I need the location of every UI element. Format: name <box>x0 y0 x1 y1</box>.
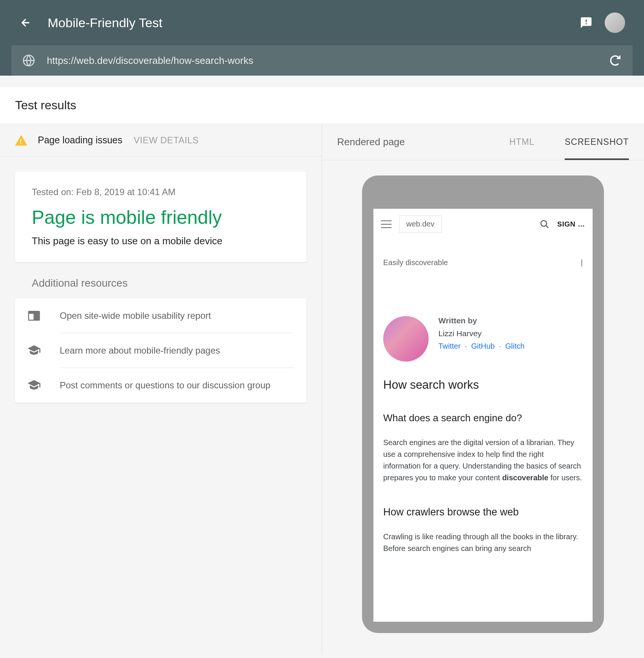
tab-html[interactable]: HTML <box>509 135 535 149</box>
warning-icon <box>15 135 27 146</box>
user-avatar[interactable] <box>605 12 625 33</box>
article-paragraph: Search engines are the digital version o… <box>373 429 593 484</box>
results-header: Test results <box>0 87 644 124</box>
glitch-link[interactable]: Glitch <box>505 342 525 350</box>
sign-in-button[interactable]: SIGN … <box>557 220 585 228</box>
article-h2: What does a search engine do? <box>373 397 593 429</box>
search-icon[interactable] <box>540 219 550 229</box>
view-details-button[interactable]: VIEW DETAILS <box>134 135 199 146</box>
issues-label: Page loading issues <box>38 135 122 146</box>
resource-label: Learn more about mobile-friendly pages <box>60 345 220 356</box>
mobile-site-name[interactable]: web.dev <box>399 216 442 233</box>
mobile-friendly-title: Page is mobile friendly <box>32 206 290 228</box>
author-links: Twitter · GitHub · Glitch <box>438 342 525 351</box>
resources-list: Open site-wide mobile usability report L… <box>15 298 307 403</box>
globe-icon <box>22 54 36 67</box>
webpage-icon <box>27 309 41 323</box>
resource-label: Open site-wide mobile usability report <box>60 310 211 321</box>
rendered-page-label: Rendered page <box>337 136 509 148</box>
svg-rect-0 <box>586 20 587 22</box>
article-h3: How crawlers browse the web <box>373 484 593 523</box>
results-heading: Test results <box>15 98 629 112</box>
resource-item-learn-more[interactable]: Learn more about mobile-friendly pages <box>15 333 307 368</box>
url-bar[interactable]: https://web.dev/discoverable/how-search-… <box>11 45 633 76</box>
article-title: How search works <box>373 373 593 397</box>
tested-on-label: Tested on: Feb 8, 2019 at 10:41 AM <box>32 187 290 197</box>
resource-item-discussion[interactable]: Post comments or questions to our discus… <box>15 368 307 403</box>
additional-resources-title: Additional resources <box>32 277 322 289</box>
mobile-screenshot: web.dev SIGN … Easily discoverable | Wri… <box>373 209 593 622</box>
tab-screenshot[interactable]: SCREENSHOT <box>565 135 629 160</box>
resource-label: Post comments or questions to our discus… <box>60 380 271 391</box>
mobile-breadcrumb[interactable]: Easily discoverable <box>383 258 448 267</box>
education-icon <box>27 379 41 392</box>
app-title: Mobile-Friendly Test <box>48 16 579 30</box>
written-by-label: Written by <box>438 316 525 325</box>
breadcrumb-separator: | <box>581 258 583 267</box>
mobile-friendly-subtitle: This page is easy to use on a mobile dev… <box>32 235 290 247</box>
hamburger-icon[interactable] <box>381 220 392 228</box>
github-link[interactable]: GitHub <box>471 342 495 350</box>
url-input[interactable]: https://web.dev/discoverable/how-search-… <box>47 55 597 67</box>
phone-frame: web.dev SIGN … Easily discoverable | Wri… <box>362 175 604 633</box>
education-icon <box>27 344 41 357</box>
resource-item-usability-report[interactable]: Open site-wide mobile usability report <box>15 298 307 333</box>
feedback-icon[interactable] <box>579 16 593 30</box>
author-avatar <box>383 316 429 362</box>
svg-rect-1 <box>586 23 587 24</box>
svg-point-5 <box>541 220 547 226</box>
article-paragraph: Crawling is like reading through all the… <box>373 523 593 554</box>
result-card: Tested on: Feb 8, 2019 at 10:41 AM Page … <box>15 172 307 262</box>
author-name: Lizzi Harvey <box>438 329 525 338</box>
back-button[interactable] <box>19 16 33 29</box>
refresh-button[interactable] <box>608 54 622 67</box>
svg-rect-4 <box>29 314 34 320</box>
page-loading-issues-row: Page loading issues VIEW DETAILS <box>0 124 322 157</box>
twitter-link[interactable]: Twitter <box>438 342 461 350</box>
